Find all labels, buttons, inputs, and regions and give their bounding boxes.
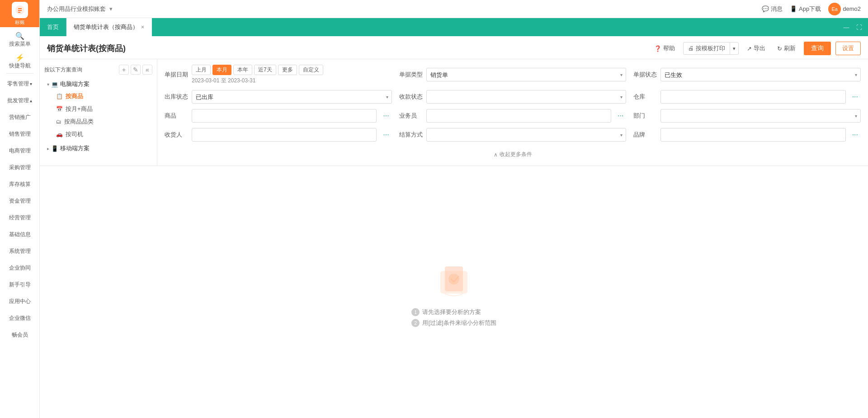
scheme-icon-4: 🚗 <box>56 131 63 138</box>
help-icon: ❓ <box>654 45 661 52</box>
add-scheme-btn[interactable]: + <box>119 65 129 75</box>
app-download-btn[interactable]: 📱 App下载 <box>790 5 821 13</box>
help-btn[interactable]: ❓ 帮助 <box>651 43 679 54</box>
salesman-input[interactable] <box>426 109 611 123</box>
warehouse-picker-btn[interactable]: ··· <box>849 93 861 101</box>
sidebar-item-member[interactable]: 畅会员 <box>0 327 40 343</box>
query-btn[interactable]: 查询 <box>804 42 831 55</box>
sidebar-item-guide[interactable]: 新手引导 <box>0 276 40 293</box>
print-dropdown-btn[interactable]: ▾ <box>730 44 738 53</box>
tree-group-desktop-header[interactable]: ▾ 💻 电脑端方案 <box>43 78 157 90</box>
sidebar-item-purchase[interactable]: 采购管理 <box>0 159 40 176</box>
sidebar-item-marketing[interactable]: 营销推广 <box>0 109 40 126</box>
brand-picker-btn[interactable]: ··· <box>849 131 861 139</box>
export-icon: ↗ <box>747 45 752 52</box>
sidebar-item-retail[interactable]: 零售管理 ▾ <box>0 76 40 92</box>
collect-status-select-wrap: ▾ <box>426 90 627 104</box>
doc-status-select[interactable]: 已生效 <box>660 68 861 81</box>
export-btn[interactable]: ↗ 导出 <box>743 43 769 54</box>
date-last-month-btn[interactable]: 上月 <box>192 65 211 75</box>
filter-area: 按以下方案查询 + ✎ « <box>40 59 868 166</box>
salesman-picker-btn[interactable]: ··· <box>615 112 626 120</box>
tab-close-icon[interactable]: × <box>141 24 144 30</box>
filter-salesman-field: 业务员 ··· <box>399 109 627 123</box>
scheme-by-goods[interactable]: 📋 按商品 <box>52 90 157 103</box>
brand-input[interactable] <box>660 128 845 142</box>
tab-home[interactable]: 首页 <box>40 18 66 36</box>
edit-scheme-btn[interactable]: ✎ <box>131 65 141 75</box>
scheme-panel-header: 按以下方案查询 + ✎ « <box>40 63 157 78</box>
date-this-month-btn[interactable]: 本月 <box>212 65 231 75</box>
sidebar-item-system[interactable]: 系统管理 <box>0 243 40 260</box>
chevron-down-icon: ▾ <box>30 81 32 86</box>
user-btn[interactable]: Ea demo2 <box>828 3 861 15</box>
desktop-icon: 💻 <box>51 81 58 88</box>
sidebar-item-operations[interactable]: 经营管理 <box>0 209 40 226</box>
filter-date-field: 单据日期 上月 本月 本年 近7天 更多 自定义 20 <box>165 65 392 85</box>
tab-sales-stats[interactable]: 销货单统计表（按商品） × <box>66 18 152 36</box>
sidebar-item-sales[interactable]: 销售管理 <box>0 126 40 142</box>
scheme-by-driver[interactable]: 🚗 按司机 <box>52 128 157 141</box>
filter-row-4: 收货人 ··· 结算方式 ▾ <box>165 128 861 142</box>
sidebar-item-enterprise[interactable]: 企业协同 <box>0 260 40 276</box>
header-right: 💬 消息 📱 App下载 Ea demo2 <box>762 3 861 15</box>
refresh-btn[interactable]: ↻ 刷新 <box>774 43 799 54</box>
warehouse-input[interactable] <box>660 90 845 104</box>
sidebar-item-inventory[interactable]: 库存核算 <box>0 176 40 193</box>
receiver-input[interactable] <box>192 128 377 142</box>
content-area: 销货单统计表(按商品) ❓ 帮助 🖨 按模板打印 ▾ <box>40 36 868 418</box>
goods-picker-btn[interactable]: ··· <box>380 112 392 120</box>
message-btn[interactable]: 💬 消息 <box>762 5 783 13</box>
empty-tips: 1 请先选择要分析的方案 2 用[过滤]条件来缩小分析范围 <box>411 308 496 327</box>
sidebar-quick-nav[interactable]: ⚡ 快捷导航 <box>0 51 39 71</box>
refresh-icon: ↻ <box>777 45 782 52</box>
out-status-select-wrap: 已出库 ▾ <box>192 90 392 104</box>
chevron-down-icon: ▾ <box>47 82 49 87</box>
sidebar-item-wholesale[interactable]: 批发管理 ▴ <box>0 92 40 109</box>
app-logo[interactable]: 标账 <box>0 0 40 27</box>
tab-maximize-btn[interactable]: ⛶ <box>854 22 864 33</box>
scheme-by-category[interactable]: 🗂 按商品品类 <box>52 115 157 128</box>
collect-status-select[interactable] <box>426 90 627 104</box>
scheme-by-month-goods[interactable]: 📅 按月+商品 <box>52 103 157 115</box>
tab-minimize-btn[interactable]: — <box>841 22 852 33</box>
collapse-icon: ∧ <box>494 152 498 158</box>
filter-dept-field: 部门 ▾ <box>633 109 861 123</box>
sidebar-item-wechat[interactable]: 企业微信 <box>0 310 40 327</box>
out-status-select[interactable]: 已出库 <box>192 90 392 104</box>
empty-tip-2: 2 用[过滤]条件来缩小分析范围 <box>411 319 496 327</box>
print-btn[interactable]: 🖨 按模板打印 <box>684 43 730 54</box>
page-title: 销货单统计表(按商品) <box>47 43 126 54</box>
sidebar-item-ecommerce[interactable]: 电商管理 <box>0 142 40 159</box>
industry-dropdown-icon[interactable]: ▾ <box>109 5 113 12</box>
settings-btn[interactable]: 设置 <box>835 42 861 55</box>
mobile-icon: 📱 <box>51 145 58 152</box>
filter-goods-field: 商品 ··· <box>165 109 392 123</box>
sidebar-item-finance[interactable]: 资金管理 <box>0 193 40 209</box>
doc-type-select[interactable]: 销货单 <box>426 68 627 81</box>
sidebar-item-basic-info[interactable]: 基础信息 <box>0 226 40 243</box>
header-left: 办公用品行业模拟账套 ▾ <box>47 5 113 13</box>
filter-out-status-field: 出库状态 已出库 ▾ <box>165 90 392 104</box>
goods-input[interactable] <box>192 109 377 123</box>
sidebar-item-appstore[interactable]: 应用中心 <box>0 293 40 310</box>
dept-select[interactable] <box>660 109 861 123</box>
date-custom-btn[interactable]: 自定义 <box>299 65 323 75</box>
tree-group-mobile-header[interactable]: ▸ 📱 移动端方案 <box>43 142 157 154</box>
dept-select-wrap: ▾ <box>660 109 861 123</box>
filter-doc-type-field: 单据类型 销货单 ▾ <box>399 68 627 81</box>
receiver-picker-btn[interactable]: ··· <box>380 131 392 139</box>
date-7days-btn[interactable]: 近7天 <box>254 65 276 75</box>
date-this-year-btn[interactable]: 本年 <box>233 65 252 75</box>
date-more-btn[interactable]: 更多 <box>278 65 297 75</box>
main-panel: 销货单统计表(按商品) ❓ 帮助 🖨 按模板打印 ▾ <box>40 36 868 418</box>
settle-select[interactable] <box>426 128 627 142</box>
sidebar-search[interactable]: 🔍 搜索菜单 <box>0 27 39 51</box>
filter-warehouse-field: 仓库 ··· <box>633 90 861 104</box>
filter-row-1: 单据日期 上月 本月 本年 近7天 更多 自定义 20 <box>165 65 861 85</box>
collapse-bar[interactable]: ∧ 收起更多条件 <box>165 147 861 160</box>
date-group: 上月 本月 本年 近7天 更多 自定义 2023-03-01 至 2023-03… <box>192 65 392 85</box>
maximize-icon: ⛶ <box>856 24 862 31</box>
top-header: 办公用品行业模拟账套 ▾ 💬 消息 📱 App下载 Ea demo2 <box>40 0 868 18</box>
collapse-scheme-btn[interactable]: « <box>142 65 152 75</box>
